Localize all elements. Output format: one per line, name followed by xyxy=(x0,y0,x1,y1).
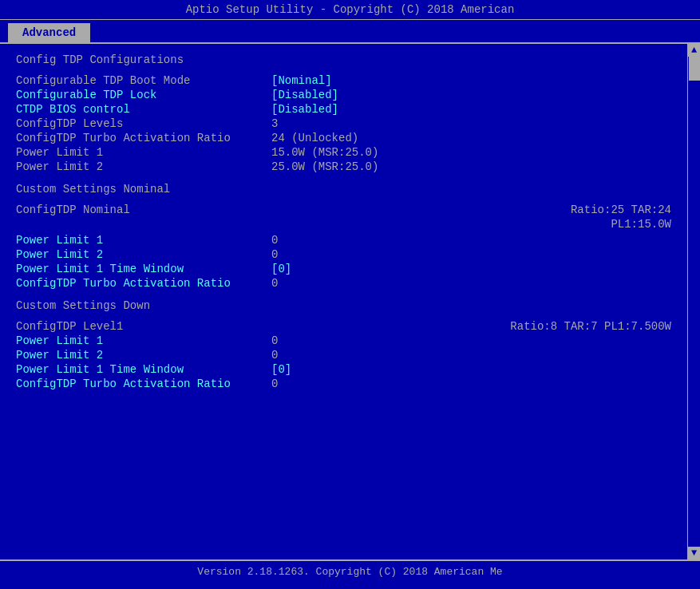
label-nom-pl2[interactable]: Power Limit 2 xyxy=(16,248,271,261)
value-power-limit2: 25.0W (MSR:25.0) xyxy=(271,160,671,173)
content-area: Config TDP Configurations Configurable T… xyxy=(0,44,687,559)
row-power-limit2: Power Limit 2 25.0W (MSR:25.0) xyxy=(16,160,671,173)
row-configtdp-levels: ConfigTDP Levels 3 xyxy=(16,117,671,130)
label-power-limit2: Power Limit 2 xyxy=(16,160,271,173)
value-down-pl2: 0 xyxy=(271,349,671,362)
label-nom-pl1tw[interactable]: Power Limit 1 Time Window xyxy=(16,263,271,275)
footer-text: Version 2.18.1263. Copyright (C) 2018 Am… xyxy=(197,566,502,578)
tab-bar: Advanced xyxy=(0,20,700,44)
row-nom-pl2[interactable]: Power Limit 2 0 xyxy=(16,248,671,261)
row-down-pl1[interactable]: Power Limit 1 0 xyxy=(16,334,671,347)
value-nominal-pl1: PL1:15.0W xyxy=(611,218,671,231)
row-down-tar[interactable]: ConfigTDP Turbo Activation Ratio 0 xyxy=(16,378,671,390)
row-nominal-pl1: PL1:15.0W xyxy=(16,218,671,231)
section2-title: Custom Settings Nominal xyxy=(16,183,671,196)
scroll-track[interactable] xyxy=(688,57,701,547)
value-down-tar: 0 xyxy=(271,378,671,390)
value-nom-pl2: 0 xyxy=(271,248,671,261)
row-tdp-boot-mode: Configurable TDP Boot Mode [Nominal] xyxy=(16,74,671,87)
value-nom-pl1: 0 xyxy=(271,234,671,247)
value-down-pl1tw: [0] xyxy=(271,363,671,376)
scrollbar[interactable]: ▲ ▼ xyxy=(687,44,700,559)
row-ctdp-bios[interactable]: CTDP BIOS control [Disabled] xyxy=(16,103,671,116)
label-down-tar[interactable]: ConfigTDP Turbo Activation Ratio xyxy=(16,378,271,390)
value-power-limit1: 15.0W (MSR:25.0) xyxy=(271,146,671,159)
row-nom-pl1tw[interactable]: Power Limit 1 Time Window [0] xyxy=(16,263,671,275)
value-nom-tar: 0 xyxy=(271,277,671,290)
label-down-level1: ConfigTDP Level1 xyxy=(16,320,123,333)
section3-title: Custom Settings Down xyxy=(16,299,671,312)
label-configtdp-levels: ConfigTDP Levels xyxy=(16,117,271,130)
value-nominal: Ratio:25 TAR:24 xyxy=(571,204,671,216)
value-ctdp-bios: [Disabled] xyxy=(271,103,671,116)
label-turbo-ratio: ConfigTDP Turbo Activation Ratio xyxy=(16,132,271,144)
value-down-level1: Ratio:8 TAR:7 PL1:7.500W xyxy=(510,320,671,333)
label-ctdp-bios[interactable]: CTDP BIOS control xyxy=(16,103,271,116)
row-turbo-ratio: ConfigTDP Turbo Activation Ratio 24 (Unl… xyxy=(16,132,671,144)
value-down-pl1: 0 xyxy=(271,334,671,347)
label-down-pl2[interactable]: Power Limit 2 xyxy=(16,349,271,362)
scroll-up-arrow[interactable]: ▲ xyxy=(688,44,701,57)
label-power-limit1: Power Limit 1 xyxy=(16,146,271,159)
tab-advanced[interactable]: Advanced xyxy=(8,23,90,42)
label-tdp-boot-mode: Configurable TDP Boot Mode xyxy=(16,74,271,87)
footer: Version 2.18.1263. Copyright (C) 2018 Am… xyxy=(0,559,700,583)
row-nom-pl1[interactable]: Power Limit 1 0 xyxy=(16,234,671,247)
value-tdp-lock: [Disabled] xyxy=(271,89,671,101)
label-down-pl1tw[interactable]: Power Limit 1 Time Window xyxy=(16,363,271,376)
label-nom-tar[interactable]: ConfigTDP Turbo Activation Ratio xyxy=(16,277,271,290)
label-tdp-lock[interactable]: Configurable TDP Lock xyxy=(16,89,271,101)
value-turbo-ratio: 24 (Unlocked) xyxy=(271,132,671,144)
row-nominal: ConfigTDP Nominal Ratio:25 TAR:24 xyxy=(16,204,671,216)
row-down-pl1tw[interactable]: Power Limit 1 Time Window [0] xyxy=(16,363,671,376)
value-tdp-boot-mode: [Nominal] xyxy=(271,74,671,87)
label-down-pl1[interactable]: Power Limit 1 xyxy=(16,334,271,347)
main-container: Config TDP Configurations Configurable T… xyxy=(0,44,700,559)
row-down-level1: ConfigTDP Level1 Ratio:8 TAR:7 PL1:7.500… xyxy=(16,320,671,333)
row-tdp-lock[interactable]: Configurable TDP Lock [Disabled] xyxy=(16,89,671,101)
scroll-thumb[interactable] xyxy=(689,57,700,81)
title-text: Aptio Setup Utility - Copyright (C) 2018… xyxy=(186,3,515,16)
label-nom-pl1[interactable]: Power Limit 1 xyxy=(16,234,271,247)
scroll-down-arrow[interactable]: ▼ xyxy=(688,547,701,559)
label-nominal: ConfigTDP Nominal xyxy=(16,204,130,216)
row-power-limit1: Power Limit 1 15.0W (MSR:25.0) xyxy=(16,146,671,159)
value-configtdp-levels: 3 xyxy=(271,117,671,130)
value-nom-pl1tw: [0] xyxy=(271,263,671,275)
row-nom-tar[interactable]: ConfigTDP Turbo Activation Ratio 0 xyxy=(16,277,671,290)
row-down-pl2[interactable]: Power Limit 2 0 xyxy=(16,349,671,362)
section1-title: Config TDP Configurations xyxy=(16,53,671,66)
title-bar: Aptio Setup Utility - Copyright (C) 2018… xyxy=(0,0,700,20)
